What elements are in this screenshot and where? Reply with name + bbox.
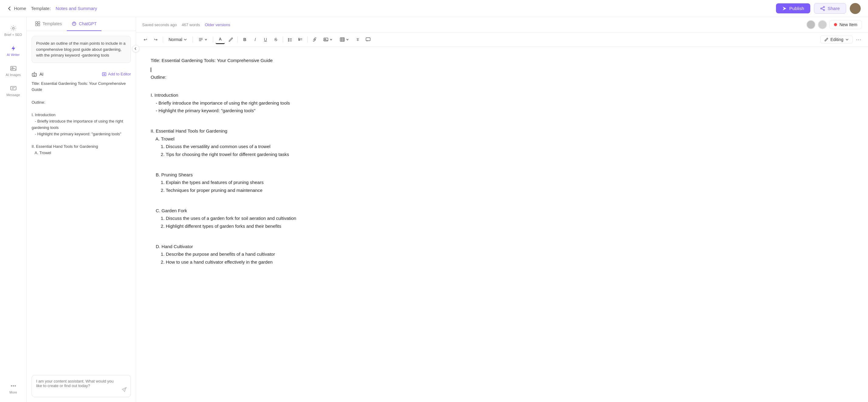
panel-collapse-button[interactable] (132, 45, 140, 52)
svg-rect-14 (35, 22, 37, 23)
ai-handtools-section: II. Essential Hand Tools for Gardening A… (32, 144, 131, 156)
editing-mode-button[interactable]: Editing (820, 35, 853, 44)
send-icon (122, 387, 127, 392)
home-label: Home (14, 6, 26, 11)
svg-point-6 (12, 27, 14, 29)
publish-icon (782, 6, 787, 11)
tab-chatgpt[interactable]: ChatGPT (67, 17, 101, 31)
chatgpt-icon (72, 21, 76, 26)
sidebar-label-ai-writer: AI Writer (7, 53, 20, 57)
underline-button[interactable]: U (261, 35, 270, 44)
svg-marker-0 (783, 7, 786, 10)
svg-rect-8 (11, 66, 16, 70)
chevron-left-icon (7, 6, 12, 11)
sidebar-label-ai-images: AI Images (6, 73, 21, 77)
doc-outline: Outline: (151, 73, 854, 81)
new-item-button[interactable]: New Item (830, 20, 862, 29)
chevron-down-editing-icon (845, 38, 849, 41)
chat-input-area[interactable] (32, 375, 131, 397)
link-icon (312, 37, 317, 42)
chat-send-button[interactable] (122, 387, 127, 393)
subsection-fork-point-1: 1. Discuss the uses of a garden fork for… (151, 214, 854, 222)
sidebar-label-more: More (9, 391, 17, 394)
ai-outline-label: Outline: (32, 99, 131, 106)
sidebar-item-message[interactable]: Message (2, 82, 25, 100)
subsection-trowel-point-2: 2. Tips for choosing the right trowel fo… (151, 150, 854, 159)
svg-rect-46 (340, 38, 344, 41)
section-intro-heading: I. Introduction (151, 91, 854, 99)
panel-tabs: Templates ChatGPT (27, 17, 136, 31)
chevron-down-icon (183, 38, 187, 41)
highlight-button[interactable] (226, 35, 235, 44)
align-dropdown[interactable] (195, 36, 211, 43)
svg-point-34 (288, 38, 289, 39)
prompt-card: Provide an outline of the main points to… (32, 36, 131, 63)
collab-avatar-2[interactable] (818, 20, 827, 29)
svg-point-38 (288, 41, 289, 41)
panel: Templates ChatGPT Provide an outline of … (27, 17, 136, 402)
subsection-trowel-point-1: 1. Discuss the versatility and common us… (151, 143, 854, 150)
ai-content-title: Title: Essential Gardening Tools: Your C… (32, 81, 131, 93)
word-count: 467 words (182, 23, 200, 27)
share-button[interactable]: Share (814, 3, 846, 14)
undo-button[interactable]: ↩ (141, 35, 150, 44)
publish-label: Publish (789, 6, 804, 11)
redo-button[interactable]: ↪ (151, 35, 160, 44)
highlight-icon (228, 37, 233, 42)
svg-point-11 (11, 385, 12, 386)
link-button[interactable] (310, 35, 319, 44)
home-link[interactable]: Home (7, 6, 26, 11)
templates-icon (35, 21, 40, 26)
share-label: Share (828, 6, 840, 11)
avatar[interactable] (850, 3, 861, 14)
subsection-pruning-point-2: 2. Techniques for proper pruning and mai… (151, 186, 854, 194)
table-dropdown[interactable] (337, 36, 352, 43)
text-color-button[interactable]: A (216, 35, 225, 44)
comment-button[interactable] (364, 35, 373, 44)
template-name[interactable]: Notes and Summary (56, 6, 97, 11)
table-icon (340, 37, 345, 42)
numbered-list-button[interactable]: 1.2. (296, 35, 305, 44)
chat-input[interactable] (36, 379, 119, 392)
saved-status: Saved seconds ago (142, 23, 177, 27)
strikethrough-button[interactable]: S (271, 35, 280, 44)
new-item-label: New Item (839, 22, 857, 27)
editor-content[interactable]: Title: Essential Gardening Tools: Your C… (136, 47, 868, 402)
older-versions-link[interactable]: Older versions (205, 23, 230, 27)
clear-format-button[interactable]: T̶ (353, 35, 362, 44)
chevron-left-small-icon (134, 47, 137, 51)
bullet-list-button[interactable] (285, 35, 294, 44)
style-dropdown[interactable]: Normal (165, 36, 190, 43)
collab-avatar-1[interactable] (806, 20, 815, 29)
format-toolbar: ↩ ↪ Normal A B I U S (136, 32, 868, 47)
ellipsis-icon (10, 382, 17, 389)
add-to-editor-button[interactable]: Add to Editor (102, 72, 131, 76)
sidebar-item-ai-images[interactable]: AI Images (2, 62, 25, 80)
svg-rect-16 (35, 24, 37, 26)
italic-button[interactable]: I (251, 35, 260, 44)
editor-area: Saved seconds ago 467 words Older versio… (136, 17, 868, 402)
svg-rect-21 (33, 74, 34, 75)
main-layout: Brief + SEO AI Writer AI Images Message … (0, 17, 868, 402)
svg-rect-10 (11, 86, 16, 90)
ai-header: AI Add to Editor (32, 71, 131, 77)
sidebar-item-brief-seo[interactable]: Brief + SEO (2, 22, 25, 39)
subsection-fork-heading: C. Garden Fork (151, 207, 854, 215)
bold-button[interactable]: B (240, 35, 249, 44)
add-editor-icon (102, 72, 106, 76)
section-intro-point-1: - Briefly introduce the importance of us… (151, 99, 854, 107)
svg-point-36 (288, 39, 289, 40)
top-nav: Home Template: Notes and Summary Publish… (0, 0, 868, 17)
image-dropdown[interactable] (320, 36, 336, 43)
doc-title: Title: Essential Gardening Tools: Your C… (151, 57, 854, 64)
sidebar-item-more[interactable]: More (2, 379, 25, 397)
tab-templates[interactable]: Templates (30, 17, 67, 31)
editor-meta-right: New Item (806, 20, 862, 29)
publish-button[interactable]: Publish (776, 3, 810, 13)
nav-left: Home Template: Notes and Summary (7, 6, 97, 11)
more-options-button[interactable]: ⋯ (854, 35, 863, 44)
section-pruning-shears: B. Pruning Shears 1. Explain the types a… (151, 171, 854, 194)
svg-point-19 (74, 24, 74, 25)
sidebar-icons: Brief + SEO AI Writer AI Images Message … (0, 17, 27, 402)
sidebar-item-ai-writer[interactable]: AI Writer (2, 42, 25, 60)
